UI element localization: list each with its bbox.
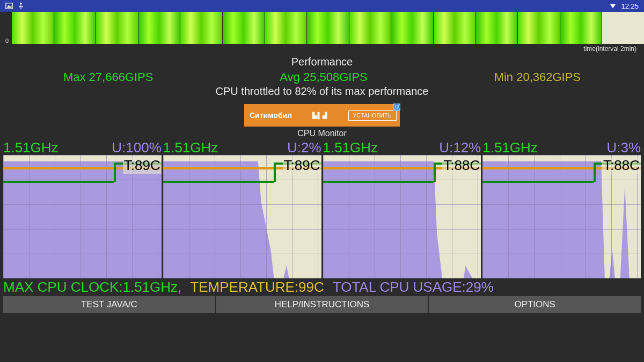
cpu-freq: 1.51GHz — [163, 141, 218, 155]
spec-bar — [349, 12, 391, 44]
time-interval-label: time(interval 2min) — [0, 44, 644, 53]
performance-block: Performance Max 27,666GIPS Avg 25,508GIP… — [0, 53, 644, 100]
total-temperature: TEMPERATURE:99C — [190, 279, 324, 295]
perf-min: Min 20,362GIPS — [494, 70, 581, 84]
spec-bar — [476, 12, 518, 44]
spec-bar — [307, 12, 349, 44]
help-instructions-button[interactable]: HELP/INSTRUCTIONS — [216, 296, 428, 313]
temp-label: T:89C — [123, 157, 162, 174]
temp-line — [3, 181, 114, 183]
throttle-text: CPU throttled to 82% of its max performa… — [0, 85, 644, 98]
cpu-freq: 1.51GHz — [3, 141, 58, 155]
cpu-chart: T:88C — [323, 155, 481, 278]
button-row: TEST JAVA/C HELP/INSTRUCTIONS OPTIONS — [0, 296, 644, 316]
cpu-card-2: 1.51GHz U:12% T:88C — [323, 141, 481, 278]
cpu-freq: 1.51GHz — [482, 141, 538, 155]
spec-bar — [518, 12, 560, 44]
cpu-head: 1.51GHz U:100% — [3, 141, 162, 155]
cpu-chart: T:89C — [3, 155, 162, 278]
android-status-bar: 12:25 — [0, 0, 644, 12]
ad-dots-icon: ▙▌▟ — [312, 112, 328, 119]
spec-bar — [180, 12, 222, 44]
spec-bar — [265, 12, 307, 44]
total-cpu-usage: TOTAL CPU USAGE:29% — [333, 279, 494, 295]
cpu-usage: U:3% — [606, 141, 641, 155]
temp-vert — [434, 162, 436, 182]
svg-marker-1 — [7, 5, 12, 8]
temp-label: T:89C — [283, 157, 321, 174]
cpu-chart: T:89C — [163, 155, 321, 278]
performance-row: Max 27,666GIPS Avg 25,508GIPS Min 20,362… — [0, 70, 644, 84]
svg-marker-2 — [610, 4, 616, 9]
clock-text: 12:25 — [621, 2, 639, 10]
temp-vert — [114, 162, 116, 182]
ad-info-icon[interactable]: ⓘ — [393, 104, 400, 111]
status-right: 12:25 — [609, 2, 639, 10]
cpu-grid: 1.51GHz U:100% T:89C 1.51GHz U:2% — [0, 141, 644, 278]
spec-bar — [223, 12, 265, 44]
cpu-card-1: 1.51GHz U:2% T:89C — [163, 141, 321, 278]
cpu-head: 1.51GHz U:3% — [482, 141, 641, 155]
cpu-usage: U:100% — [112, 141, 162, 155]
spec-bar — [54, 12, 96, 44]
spec-bar — [434, 12, 475, 44]
cpu-card-0: 1.51GHz U:100% T:89C — [3, 141, 162, 278]
total-max-clock: MAX CPU CLOCK:1.51GHz, — [3, 279, 181, 295]
temp-label: T:88C — [602, 157, 641, 174]
temp-vert — [274, 162, 276, 182]
cpu-monitor-label: CPU Monitor — [0, 129, 644, 138]
wifi-icon — [609, 2, 617, 10]
spec-bar — [391, 12, 433, 44]
perf-avg: Avg 25,508GIPS — [280, 70, 368, 84]
spec-bar — [560, 12, 602, 44]
axis-zero: 0 — [5, 38, 9, 44]
totals-row: MAX CPU CLOCK:1.51GHz, TEMPERATURE:99C T… — [0, 278, 644, 296]
cpu-chart: T:88C — [482, 155, 641, 278]
options-button[interactable]: OPTIONS — [429, 296, 641, 313]
ad-brand: Ситимобил — [250, 111, 292, 120]
cpu-usage: U:12% — [439, 141, 481, 155]
temp-label: T:88C — [442, 157, 481, 174]
temp-line — [163, 181, 274, 183]
cpu-usage: U:2% — [287, 141, 321, 155]
test-java-c-button[interactable]: TEST JAVA/C — [3, 296, 215, 313]
cpu-card-3: 1.51GHz U:3% T:88C — [482, 141, 641, 278]
temp-line — [323, 181, 434, 183]
spec-bar — [138, 12, 180, 44]
cpu-head: 1.51GHz U:12% — [323, 141, 481, 155]
throttle-spectrogram: 0 — [0, 12, 644, 44]
temp-vert — [594, 162, 596, 182]
usb-icon — [17, 2, 25, 10]
spec-bar — [96, 12, 138, 44]
spec-bar — [12, 12, 54, 44]
cpu-head: 1.51GHz U:2% — [163, 141, 321, 155]
spec-bar-empty — [602, 12, 644, 44]
ad-banner[interactable]: Ситимобил ▙▌▟ УСТАНОВИТЬ ⓘ — [244, 104, 400, 127]
perf-max: Max 27,666GIPS — [63, 70, 153, 84]
status-left — [5, 2, 25, 10]
spectro-axis: 0 — [0, 12, 12, 44]
cpu-freq: 1.51GHz — [323, 141, 378, 155]
picture-notification-icon — [5, 2, 13, 10]
performance-title: Performance — [0, 56, 644, 68]
temp-line — [482, 181, 593, 183]
ad-install-button[interactable]: УСТАНОВИТЬ — [348, 110, 397, 121]
spectro-bars — [12, 12, 644, 44]
